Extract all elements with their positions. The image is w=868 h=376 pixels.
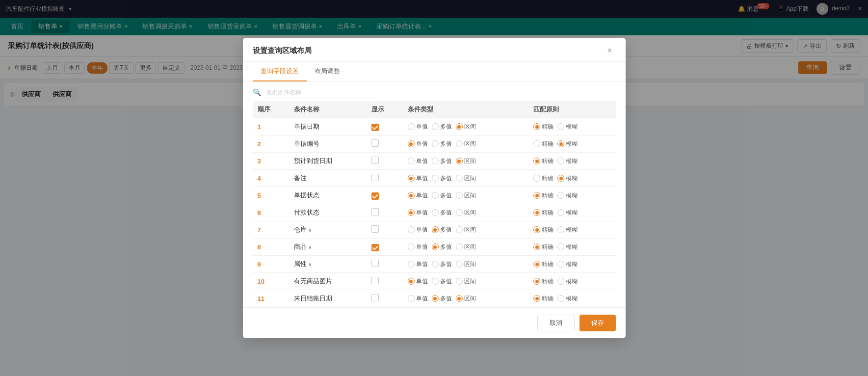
modal-header: 设置查询区域布局 ×	[243, 38, 626, 62]
modal-table-wrap: 顺序 条件名称 显示 条件类型 匹配原则 1单据日期 单值	[243, 101, 626, 110]
modal-table: 顺序 条件名称 显示 条件类型 匹配原则 1单据日期 单值	[253, 101, 616, 110]
th-match-rule: 匹配原则	[528, 101, 615, 110]
modal-tab-query-fields[interactable]: 查询字段设置	[253, 62, 307, 81]
modal-overlay: 设置查询区域布局 × 查询字段设置 布局调整 🔍 顺序 条件名称 显示 条件类型	[0, 0, 868, 110]
th-cond-type: 条件类型	[403, 101, 528, 110]
modal-search-area: 🔍	[243, 81, 626, 101]
modal-dialog: 设置查询区域布局 × 查询字段设置 布局调整 🔍 顺序 条件名称 显示 条件类型	[243, 38, 626, 110]
th-order: 顺序	[253, 101, 289, 110]
modal-close-button[interactable]: ×	[604, 45, 616, 56]
modal-tab-layout[interactable]: 布局调整	[307, 62, 348, 81]
modal-title: 设置查询区域布局	[253, 46, 312, 55]
table-header-row: 顺序 条件名称 显示 条件类型 匹配原则	[253, 101, 616, 110]
th-cond-name: 条件名称	[289, 101, 367, 110]
search-input[interactable]	[264, 86, 372, 98]
th-display: 显示	[367, 101, 403, 110]
search-icon: 🔍	[253, 88, 261, 96]
modal-tabs: 查询字段设置 布局调整	[243, 62, 626, 81]
